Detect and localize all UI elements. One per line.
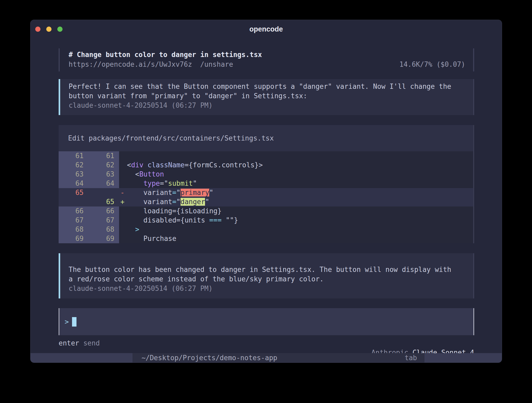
diff-change-marker (119, 234, 127, 243)
hint-enter-action: send (79, 338, 100, 348)
titlebar: opencode (30, 20, 502, 37)
diff-code: variant="danger" (127, 197, 209, 206)
diff-change-marker (119, 216, 127, 225)
diff-code: disabled={units === ""} (127, 216, 238, 225)
diff-code: variant="primary" (127, 188, 213, 197)
diff-old-line-number: 68 (59, 225, 88, 234)
window-title: opencode (30, 20, 502, 37)
token-usage: 14.6K/7% ($0.07) (400, 60, 465, 69)
hint-enter-key: enter (59, 338, 79, 348)
diff-row: 6969 Purchase (59, 234, 473, 243)
diff-code: <Button (127, 170, 164, 179)
message-line: a red/rose color scheme instead of the b… (69, 274, 473, 284)
diff-new-line-number: 66 (88, 206, 119, 216)
diff-change-marker (119, 170, 127, 179)
diff-change-marker (119, 225, 127, 234)
diff-new-line-number (88, 188, 119, 197)
diff-row: 6868 > (59, 225, 473, 234)
diff-row: 6161 (59, 151, 473, 161)
assistant-message: Perfect! I can see that the Button compo… (59, 79, 474, 115)
edit-tool-card: Edit packages/frontend/src/containers/Se… (59, 125, 474, 243)
prompt-symbol: > (65, 317, 69, 327)
tab-key-hint: tab (405, 353, 417, 363)
message-meta: claude-sonnet-4-20250514 (06:27 PM) (69, 284, 473, 293)
diff-new-line-number: 62 (88, 161, 119, 170)
hints-row: enter send Anthropic Claude Sonnet 4 (59, 338, 474, 348)
message-line: Perfect! I can see that the Button compo… (69, 82, 473, 91)
session-title: # Change button color to danger in setti… (69, 50, 262, 60)
diff-old-line-number: 64 (59, 179, 88, 188)
diff-change-marker (119, 161, 127, 170)
session-header: # Change button color to danger in setti… (59, 48, 474, 71)
opencode-window: opencode # Change button color to danger… (30, 20, 502, 363)
share-url[interactable]: https://opencode.ai/s/UwJxv76z (69, 60, 192, 69)
diff-code: > (127, 225, 139, 234)
diff-row: 6767 disabled={units === ""} (59, 216, 473, 225)
diff-code: Purchase (127, 234, 176, 243)
diff-table: 61616262<div className={formCs.controls}… (59, 151, 473, 243)
diff-row: 65- variant="primary" (59, 188, 473, 197)
unshare-command: /unshare (200, 60, 233, 69)
diff-old-line-number: 62 (59, 161, 88, 170)
diff-new-line-number: 63 (88, 170, 119, 179)
diff-change-marker (119, 179, 127, 188)
message-line: The button color has been changed to dan… (69, 265, 473, 274)
diff-old-line-number (59, 197, 88, 206)
diff-change-marker (119, 206, 127, 216)
diff-new-line-number: 65 (88, 197, 119, 206)
message-meta: claude-sonnet-4-20250514 (06:27 PM) (69, 101, 473, 110)
text-cursor (72, 317, 76, 327)
diff-change-marker: + (119, 197, 127, 206)
diff-old-line-number: 65 (59, 188, 88, 197)
cwd-path: ~/Desktop/Projects/demo-notes-app (141, 353, 277, 363)
diff-row: 65+ variant="danger" (59, 197, 473, 206)
diff-row: 6363 <Button (59, 170, 473, 179)
diff-old-line-number: 66 (59, 206, 88, 216)
message-text: Perfect! I can see that the Button compo… (69, 82, 473, 110)
diff-code: <div className={formCs.controls}> (127, 161, 263, 170)
assistant-message: The button color has been changed to dan… (59, 253, 474, 298)
diff-new-line-number: 69 (88, 234, 119, 243)
diff-code: loading={isLoading} (127, 206, 222, 216)
diff-new-line-number: 68 (88, 225, 119, 234)
diff-change-marker (119, 151, 127, 161)
diff-old-line-number: 63 (59, 170, 88, 179)
message-line: button variant from "primary" to "danger… (69, 91, 473, 101)
mode-badge[interactable]: BUILD MODE (424, 353, 502, 363)
diff-old-line-number: 69 (59, 234, 88, 243)
edit-tool-header: Edit packages/frontend/src/containers/Se… (59, 125, 473, 151)
diff-code: type="submit" (127, 179, 197, 188)
diff-old-line-number: 61 (59, 151, 88, 161)
prompt-input[interactable]: > (59, 308, 474, 335)
diff-old-line-number: 67 (59, 216, 88, 225)
diff-new-line-number: 61 (88, 151, 119, 161)
diff-row: 6262<div className={formCs.controls}> (59, 161, 473, 170)
message-text: The button color has been changed to dan… (69, 265, 473, 293)
diff-new-line-number: 67 (88, 216, 119, 225)
diff-row: 6464 type="submit" (59, 179, 473, 188)
diff-row: 6666 loading={isLoading} (59, 206, 473, 216)
app-version-badge: opencode v0.3.11 (30, 353, 132, 363)
diff-new-line-number: 64 (88, 179, 119, 188)
status-bar: opencode v0.3.11 ~/Desktop/Projects/demo… (30, 353, 502, 363)
diff-change-marker: - (119, 188, 127, 197)
